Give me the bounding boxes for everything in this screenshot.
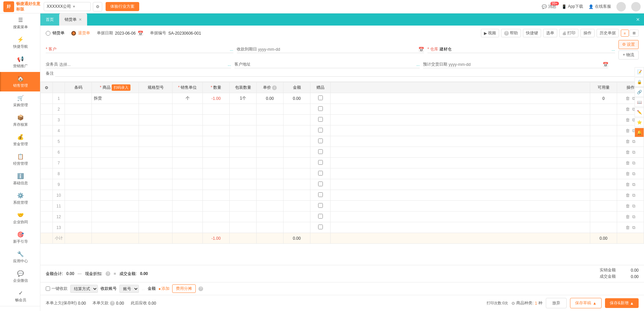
- col-setting[interactable]: ⚙: [41, 82, 53, 93]
- list-view-icon[interactable]: ≡: [621, 30, 629, 37]
- sidebar-item-search[interactable]: ☰ 搜索菜单: [0, 13, 40, 33]
- sidebar-item-member[interactable]: ✓ 畅会员: [0, 286, 40, 306]
- delete-row-icon[interactable]: 🗑: [625, 127, 631, 134]
- radio-return[interactable]: 退货单: [71, 30, 90, 36]
- operate-button[interactable]: 操作: [580, 29, 595, 37]
- due-date-input[interactable]: [258, 47, 417, 52]
- customer-input[interactable]: [58, 47, 229, 52]
- delete-row-icon[interactable]: 🗑: [625, 224, 631, 231]
- right-tool-pen[interactable]: ✏️: [635, 108, 644, 117]
- due-date-calendar-icon[interactable]: 📅: [418, 47, 424, 52]
- collapse-icon[interactable]: ◀: [13, 310, 22, 311]
- delete-row-icon[interactable]: 🗑: [625, 203, 631, 209]
- customer-dots[interactable]: ...: [230, 47, 233, 52]
- expense-button[interactable]: 费用分摊: [172, 284, 196, 293]
- notes-input[interactable]: [55, 70, 639, 77]
- delete-row-icon[interactable]: 🗑: [625, 95, 631, 102]
- copy-row-icon[interactable]: ⧉: [632, 213, 636, 220]
- save-new-button[interactable]: 保存&新增 ▲: [605, 298, 639, 308]
- tab-sales-order[interactable]: 销货单 ✕: [59, 13, 87, 26]
- radio-return-input[interactable]: [71, 31, 76, 36]
- delete-row-icon[interactable]: 🗑: [625, 160, 631, 166]
- discount-help-icon[interactable]: ?: [106, 271, 110, 276]
- copy-row-icon[interactable]: ⧉: [632, 160, 636, 166]
- right-tool-lock[interactable]: 🔒: [635, 77, 644, 87]
- sidebar-item-purchase[interactable]: 🛒 采购管理: [0, 91, 40, 111]
- right-tool-link[interactable]: 🔗: [635, 87, 644, 97]
- settings-bottom-icon[interactable]: ⚙: [3, 310, 11, 311]
- radio-sales[interactable]: 销货单: [46, 30, 65, 36]
- sidebar-item-quick-nav[interactable]: ⚡ 快捷导航: [0, 33, 40, 52]
- discard-button[interactable]: 放弃: [546, 298, 567, 308]
- delete-row-icon[interactable]: 🗑: [625, 117, 631, 123]
- help-button[interactable]: ? 帮助: [501, 29, 521, 37]
- scan-button[interactable]: 扫码录入: [112, 84, 130, 91]
- product-type-refresh-icon[interactable]: ⊙: [512, 301, 515, 306]
- settlement-select[interactable]: 结算方式: [70, 285, 98, 293]
- copy-row-icon[interactable]: ⧉: [632, 181, 636, 188]
- tab-close-icon[interactable]: ✕: [79, 17, 82, 22]
- addr-dots[interactable]: ...: [416, 62, 420, 67]
- delete-row-icon[interactable]: 🗑: [625, 181, 631, 188]
- add-payment-button[interactable]: ● 添加: [158, 286, 169, 291]
- app-download-button[interactable]: 📱 App下载: [562, 4, 583, 9]
- sidebar-item-sales[interactable]: 🏠 销售管理: [0, 72, 40, 91]
- delete-row-icon[interactable]: 🗑: [625, 213, 631, 220]
- video-button[interactable]: ▶ 视频: [481, 29, 499, 37]
- right-tool-notify[interactable]: 🔔: [635, 128, 644, 137]
- sidebar-item-inventory[interactable]: 📦 库存核算: [0, 111, 40, 130]
- delete-row-icon[interactable]: 🗑: [625, 106, 631, 112]
- copy-row-icon[interactable]: ⧉: [632, 192, 636, 199]
- right-tool-edit[interactable]: 📝: [635, 67, 644, 77]
- experience-button[interactable]: 体验行业方案: [106, 2, 139, 11]
- expense-help-icon[interactable]: ?: [198, 286, 203, 291]
- arrears-help-icon[interactable]: ?: [110, 301, 115, 306]
- tab-close-all-icon[interactable]: ✕: [632, 17, 644, 22]
- one-click-payment-checkbox[interactable]: [46, 286, 50, 291]
- sidebar-item-operations[interactable]: 📋 经营管理: [0, 150, 40, 169]
- history-button[interactable]: 历史单据: [597, 29, 619, 37]
- sidebar-item-system[interactable]: ⚙️ 系统管理: [0, 189, 40, 208]
- sidebar-item-marketing[interactable]: 📢 营销推广: [0, 52, 40, 72]
- copy-row-icon[interactable]: ⧉: [632, 138, 636, 145]
- print-button[interactable]: 🖨 打印: [559, 29, 578, 37]
- copy-row-icon[interactable]: ⧉: [632, 170, 636, 177]
- sidebar-item-basic[interactable]: ℹ️ 基础信息: [0, 169, 40, 189]
- salesperson-input[interactable]: [59, 62, 226, 67]
- shortcut-button[interactable]: 快捷键: [523, 29, 541, 37]
- warehouse-dots[interactable]: ...: [612, 47, 615, 52]
- right-tool-book[interactable]: 📖: [635, 98, 644, 107]
- set-button[interactable]: ⚙ 设置: [618, 40, 639, 49]
- copy-row-icon[interactable]: ⧉: [632, 149, 636, 156]
- calendar-icon[interactable]: 📅: [138, 31, 143, 36]
- expected-date-input[interactable]: [449, 62, 601, 67]
- customer-addr-input[interactable]: [252, 62, 415, 67]
- sidebar-item-appstore[interactable]: 🔧 应用中心: [0, 247, 40, 267]
- sidebar-item-guide[interactable]: 🎯 新手引导: [0, 228, 40, 247]
- tab-home[interactable]: 首页: [40, 13, 59, 26]
- delete-row-icon[interactable]: 🗑: [625, 138, 631, 145]
- one-click-payment-label[interactable]: 一键收款: [46, 286, 68, 291]
- avatar[interactable]: [616, 2, 626, 11]
- expected-date-calendar-icon[interactable]: 📅: [603, 62, 608, 67]
- message-button[interactable]: 💬 消息 99+: [542, 4, 556, 9]
- salesperson-dots[interactable]: ...: [228, 62, 231, 67]
- select-button[interactable]: 选单: [543, 29, 557, 37]
- sidebar-item-enterprise[interactable]: 🤝 企业协同: [0, 208, 40, 228]
- avatar2[interactable]: [631, 2, 641, 11]
- radio-sales-input[interactable]: [46, 31, 50, 36]
- delete-row-icon[interactable]: 🗑: [625, 149, 631, 155]
- right-tool-star[interactable]: ⭐: [635, 118, 644, 127]
- sidebar-item-wechat[interactable]: 💬 企业微信: [0, 267, 40, 286]
- copy-row-icon[interactable]: ⧉: [632, 203, 636, 209]
- grid-view-icon[interactable]: ⊞: [630, 30, 639, 37]
- copy-row-icon[interactable]: ⧉: [632, 224, 636, 231]
- delete-row-icon[interactable]: 🗑: [625, 170, 631, 177]
- online-service-button[interactable]: 👤 在线客服: [589, 4, 611, 9]
- price-help-icon[interactable]: i: [272, 85, 277, 90]
- sidebar-item-finance[interactable]: 💰 资金管理: [0, 130, 40, 150]
- company-select[interactable]: XXXXXX公司 ▼: [44, 2, 91, 11]
- logistics-button[interactable]: + 物流: [618, 50, 639, 60]
- settings-icon[interactable]: ⚙: [93, 2, 102, 11]
- delete-row-icon[interactable]: 🗑: [625, 192, 631, 198]
